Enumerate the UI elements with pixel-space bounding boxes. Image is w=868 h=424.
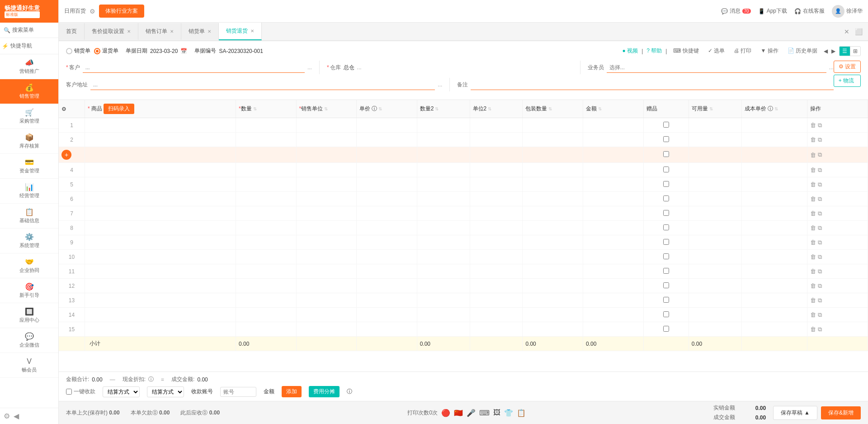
salesperson-dots[interactable]: ... — [829, 64, 834, 71]
split-button[interactable]: 费用分摊 — [309, 386, 340, 397]
copy-icon-4[interactable]: ⧉ — [818, 167, 822, 174]
sidebar-item-guide[interactable]: 🎯 新手引导 — [0, 278, 58, 303]
discount-help-icon[interactable]: ⓘ — [148, 376, 154, 383]
copy-icon-14[interactable]: ⧉ — [818, 311, 822, 319]
app-download-button[interactable]: 📱 App下载 — [758, 7, 787, 15]
available-cell-1[interactable] — [689, 118, 741, 133]
delete-icon-14[interactable]: 🗑 — [810, 311, 816, 318]
pack-qty-cell-1[interactable] — [523, 118, 583, 133]
sidebar-item-marketing[interactable]: 📣 营销推广 — [0, 54, 58, 79]
product-input-3[interactable] — [88, 152, 233, 158]
tab-sales-delivery-close[interactable]: ✕ — [208, 29, 211, 34]
one-click-payment-checkbox[interactable] — [66, 389, 72, 395]
copy-icon-5[interactable]: ⧉ — [818, 181, 822, 188]
salesperson-input[interactable] — [607, 62, 826, 73]
delete-icon-8[interactable]: 🗑 — [810, 224, 816, 231]
delete-icon-6[interactable]: 🗑 — [810, 195, 816, 202]
quantity-cell-2[interactable] — [236, 133, 297, 147]
unit-price-cell-2[interactable] — [357, 133, 417, 147]
collapse-icon[interactable]: ◀ — [14, 412, 19, 420]
quantity2-cell-2[interactable] — [417, 133, 470, 147]
tab-home[interactable]: 首页 — [59, 23, 85, 40]
draft-dropdown-icon[interactable]: ▲ — [804, 410, 810, 416]
cost-unit-cell-1[interactable] — [741, 118, 807, 133]
copy-icon-15[interactable]: ⧉ — [818, 326, 822, 333]
product-cell-2[interactable] — [85, 133, 236, 147]
settings-button[interactable]: ⚙ 设置 — [834, 61, 861, 73]
calendar-icon[interactable]: 📅 — [180, 48, 187, 54]
sidebar-search[interactable]: 🔍 搜索菜单 — [0, 23, 58, 38]
copy-icon-9[interactable]: ⧉ — [818, 239, 822, 246]
summary-select[interactable]: 结算方式 — [147, 386, 184, 397]
available-cell-3[interactable] — [689, 147, 741, 163]
gift-checkbox-1[interactable] — [663, 122, 669, 128]
message-button[interactable]: 💬 消息 70 — [721, 7, 751, 15]
sales-unit-cell-3[interactable] — [296, 147, 357, 163]
sidebar-item-purchase[interactable]: 🛒 采购管理 — [0, 104, 58, 129]
toolbar-operations[interactable]: ▼ 操作 — [758, 46, 781, 56]
view-table[interactable]: ☰ — [840, 47, 850, 56]
customer-dots[interactable]: ... — [307, 64, 312, 71]
scan-button[interactable]: 扫码录入 — [104, 104, 134, 114]
delete-icon-4[interactable]: 🗑 — [810, 167, 816, 173]
copy-icon-10[interactable]: ⧉ — [818, 253, 822, 261]
product-cell-1[interactable] — [85, 118, 236, 133]
sidebar-item-wechat[interactable]: 💬 企业微信 — [0, 328, 58, 353]
quantity-cell-1[interactable] — [236, 118, 297, 133]
logistics-button[interactable]: + 物流 — [834, 75, 861, 87]
cost-unit-cell-2[interactable] — [741, 133, 807, 147]
settlement-select[interactable]: 结算方式 — [103, 386, 140, 397]
sidebar-item-operations[interactable]: 📊 经营管理 — [0, 179, 58, 204]
sidebar-item-apps[interactable]: 🔲 应用中心 — [0, 303, 58, 328]
settings-icon[interactable]: ⚙ — [4, 412, 10, 420]
sidebar-item-inventory[interactable]: 📦 库存核算 — [0, 129, 58, 154]
amount-cell-1[interactable] — [583, 118, 643, 133]
sidebar-item-finance[interactable]: 💳 资金管理 — [0, 154, 58, 179]
copy-icon-7[interactable]: ⧉ — [818, 210, 822, 217]
gift-checkbox-3[interactable] — [663, 151, 669, 157]
tab-sales-delivery[interactable]: 销货单 ✕ — [181, 23, 219, 40]
tab-sales-order-close[interactable]: ✕ — [170, 29, 174, 34]
gift-checkbox-2[interactable] — [663, 136, 669, 142]
toolbar-history[interactable]: 📄 历史单据 — [785, 46, 820, 56]
delete-icon-10[interactable]: 🗑 — [810, 253, 816, 260]
delete-icon-5[interactable]: 🗑 — [810, 181, 816, 188]
save-new-button[interactable]: 保存&新增 — [821, 406, 861, 419]
pack-qty-cell-3[interactable] — [523, 147, 583, 163]
customer-input[interactable] — [83, 62, 305, 73]
copy-icon-8[interactable]: ⧉ — [818, 224, 822, 232]
quantity-cell-3[interactable] — [236, 147, 297, 163]
maximize-button[interactable]: ⬜ — [853, 26, 864, 37]
tab-price-settings-close[interactable]: ✕ — [127, 29, 131, 34]
radio-return[interactable]: 退货单 — [94, 47, 118, 55]
close-tab-button[interactable]: ✕ — [842, 26, 851, 37]
unit2-cell-1[interactable] — [470, 118, 523, 133]
user-menu[interactable]: 👤 徐泽华 — [832, 5, 863, 18]
delete-icon-15[interactable]: 🗑 — [810, 326, 816, 333]
toolbar-nav-prev[interactable]: ◀ — [824, 48, 828, 54]
product-cell-3[interactable] — [85, 147, 236, 163]
toolbar-select[interactable]: ✓ 选单 — [705, 46, 727, 56]
copy-icon-13[interactable]: ⧉ — [818, 297, 822, 304]
tab-sales-return[interactable]: 销货退货 ✕ — [219, 23, 262, 40]
delete-icon-12[interactable]: 🗑 — [810, 282, 816, 289]
unit-price-cell-1[interactable] — [357, 118, 417, 133]
radio-sales[interactable]: 销货单 — [66, 47, 90, 55]
copy-icon-2[interactable]: ⧉ — [818, 136, 822, 143]
unit2-cell-2[interactable] — [470, 133, 523, 147]
toolbar-shortcuts[interactable]: ⌨ 快捷键 — [670, 46, 701, 56]
quantity2-cell-3[interactable] — [417, 147, 470, 163]
gift-cell-1[interactable] — [643, 118, 689, 133]
toolbar-print[interactable]: 🖨 打印 — [731, 46, 754, 56]
address-input[interactable] — [90, 80, 435, 90]
tab-price-settings[interactable]: 售价提取设置 ✕ — [85, 23, 138, 40]
tab-sales-order[interactable]: 销售订单 ✕ — [138, 23, 181, 40]
delete-icon-3[interactable]: 🗑 — [810, 152, 816, 158]
trial-button[interactable]: 体验行业方案 — [99, 5, 144, 18]
gift-cell-3[interactable] — [643, 147, 689, 163]
delete-icon-2[interactable]: 🗑 — [810, 136, 816, 143]
delete-icon-1[interactable]: 🗑 — [810, 122, 816, 129]
sales-unit-cell-1[interactable] — [296, 118, 357, 133]
toolbar-help[interactable]: ? 帮助 — [646, 47, 662, 55]
delete-icon-7[interactable]: 🗑 — [810, 210, 816, 217]
